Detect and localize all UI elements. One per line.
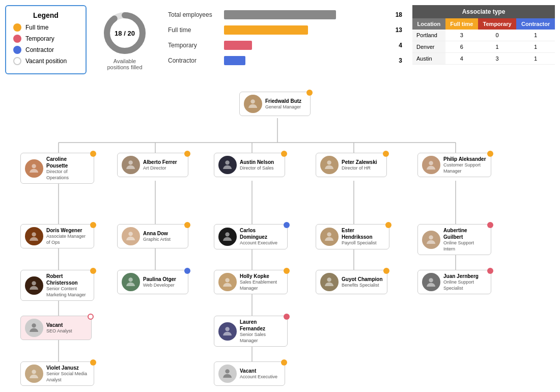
node-role: Account Executive xyxy=(240,374,277,380)
node-card-anna[interactable]: Anna DowGraphic Artist xyxy=(117,224,188,248)
donut-chart: 18 / 20 xyxy=(102,10,148,56)
node-card-carlos[interactable]: Carlos DominguezAccount Executive xyxy=(214,224,288,249)
node-card-holly[interactable]: Holly KopkeSales Enablement Manager xyxy=(214,270,288,294)
svg-point-34 xyxy=(32,164,36,168)
svg-point-44 xyxy=(129,278,133,282)
vacant-dot xyxy=(13,57,21,65)
node-card-guyot[interactable]: Guyot ChampionBenefits Specialist xyxy=(316,270,387,294)
node-type-dot xyxy=(284,222,290,228)
node-role: Art Director xyxy=(143,165,177,172)
node-role: SEO Analyst xyxy=(46,328,72,334)
node-card-violet[interactable]: Violet JanuszSenior Social Media Analyst xyxy=(20,361,94,386)
svg-point-37 xyxy=(327,161,331,165)
node-info-carlos: Carlos DominguezAccount Executive xyxy=(240,227,283,246)
node-card-robert[interactable]: Robert ChristerssonSenior Content Market… xyxy=(20,270,94,301)
svg-point-45 xyxy=(226,232,230,236)
legend-box: Legend Full time Temporary Contractor Va… xyxy=(5,5,87,74)
node-role: Director of HR xyxy=(342,165,377,172)
node-info-caroline: Caroline PousetteDirector of Operations xyxy=(46,156,90,181)
node-name: Paulina Otger xyxy=(143,276,176,283)
svg-point-33 xyxy=(251,100,255,104)
stat-bar-total xyxy=(224,10,336,19)
svg-point-39 xyxy=(32,232,36,236)
node-card-alberto[interactable]: Alberto FerrerArt Director xyxy=(117,153,188,177)
node-info-lauren: Lauren FernandezSenior Sales Manager xyxy=(240,319,283,344)
node-card-doris[interactable]: Doris WegenerAssociate Manager of Ops xyxy=(20,224,94,248)
node-card-friedwald[interactable]: Friedwald ButzGeneral Manager xyxy=(239,92,311,116)
node-info-peter: Peter ZalewskiDirector of HR xyxy=(342,159,377,172)
stat-label-temporary: Temporary xyxy=(168,42,219,49)
donut-subtitle: Availablepositions filled xyxy=(107,58,142,70)
node-name: Robert Christersson xyxy=(46,273,90,286)
stat-value-fulltime: 13 xyxy=(389,26,402,34)
avatar-vacant xyxy=(218,365,237,383)
avatar-ester xyxy=(320,228,339,246)
portland-temporary: 0 xyxy=(478,30,516,41)
node-card-philip[interactable]: Philip AleksanderCustomer Support Manage… xyxy=(417,153,491,177)
node-info-doris: Doris WegenerAssociate Manager of Ops xyxy=(46,227,90,245)
associate-table: Associate type Location Full time Tempor… xyxy=(412,5,555,65)
stat-row-fulltime: Full time 13 xyxy=(168,25,402,35)
node-role: Web Developer xyxy=(143,283,176,289)
contractor-dot xyxy=(13,46,21,54)
node-info-robert: Robert ChristerssonSenior Content Market… xyxy=(46,273,90,298)
stat-bar-temporary-container xyxy=(224,41,384,50)
node-info-paulina: Paulina OtgerWeb Developer xyxy=(143,276,176,289)
stat-value-total: 18 xyxy=(389,11,402,18)
node-role: Benefits Specialist xyxy=(342,283,383,289)
node-name: Holly Kopke xyxy=(240,273,283,279)
avatar-philip xyxy=(422,156,440,174)
temporary-dot xyxy=(13,35,21,43)
node-type-dot xyxy=(383,268,389,274)
stat-label-fulltime: Full time xyxy=(168,26,219,34)
node-type-dot xyxy=(281,359,287,366)
node-type-dot xyxy=(284,314,290,320)
node-info-aubertine: Aubertine GuilbertOnline Support Intern xyxy=(443,227,487,252)
org-chart: Friedwald ButzGeneral Manager Caroline P… xyxy=(5,87,555,372)
node-card-vacant[interactable]: VacantSEO Analyst xyxy=(20,316,92,340)
node-name: Doris Wegener xyxy=(46,227,90,234)
node-name: Juan Jernberg xyxy=(443,273,487,279)
node-card-caroline[interactable]: Caroline PousetteDirector of Operations xyxy=(20,153,94,184)
node-card-ester[interactable]: Ester HendrikssonPayroll Specialist xyxy=(316,224,389,249)
node-info-anna: Anna DowGraphic Artist xyxy=(143,230,171,243)
node-card-lauren[interactable]: Lauren FernandezSenior Sales Manager xyxy=(214,316,288,347)
node-card-peter[interactable]: Peter ZalewskiDirector of HR xyxy=(316,153,387,177)
stats-section: Total employees 18 Full time 13 Temporar… xyxy=(163,5,407,76)
node-role: Customer Support Manager xyxy=(443,162,487,174)
legend-item-vacant: Vacant position xyxy=(13,57,78,65)
assoc-table-header: Associate type xyxy=(412,5,555,18)
svg-point-52 xyxy=(429,278,433,282)
node-card-paulina[interactable]: Paulina OtgerWeb Developer xyxy=(117,270,188,294)
stat-bar-fulltime-container xyxy=(224,25,384,35)
avatar-caroline xyxy=(25,159,43,178)
node-type-dot xyxy=(306,90,313,96)
node-type-dot xyxy=(487,151,493,157)
node-role: General Manager xyxy=(265,104,301,110)
avatar-paulina xyxy=(122,273,140,291)
node-name: Austin Nelson xyxy=(240,159,274,165)
node-card-juan[interactable]: Juan JernbergOnline Support Specialist xyxy=(417,270,491,294)
node-card-austin[interactable]: Austin NelsonDirector of Sales xyxy=(214,153,285,177)
node-info-vacant: VacantSEO Analyst xyxy=(46,322,72,334)
node-card-aubertine[interactable]: Aubertine GuilbertOnline Support Intern xyxy=(417,224,491,255)
svg-point-47 xyxy=(226,327,230,331)
node-card-vacant[interactable]: VacantAccount Executive xyxy=(214,361,285,386)
node-role: Director of Operations xyxy=(46,169,90,181)
avatar-violet xyxy=(25,365,43,383)
legend-item-contractor: Contractor xyxy=(13,46,78,54)
svg-point-46 xyxy=(226,278,230,282)
node-info-austin: Austin NelsonDirector of Sales xyxy=(240,159,274,172)
node-type-dot xyxy=(281,151,287,157)
svg-point-36 xyxy=(226,161,230,165)
avatar-friedwald xyxy=(244,95,262,113)
col-location: Location xyxy=(412,18,445,30)
stat-bar-fulltime xyxy=(224,25,308,35)
avatar-carlos xyxy=(218,228,237,246)
node-role: Graphic Artist xyxy=(143,237,171,243)
node-role: Sales Enablement Manager xyxy=(240,279,283,291)
node-type-dot xyxy=(385,222,391,228)
node-type-dot xyxy=(90,151,96,157)
node-name: Peter Zalewski xyxy=(342,159,377,165)
node-role: Senior Content Marketing Manager xyxy=(46,286,90,298)
